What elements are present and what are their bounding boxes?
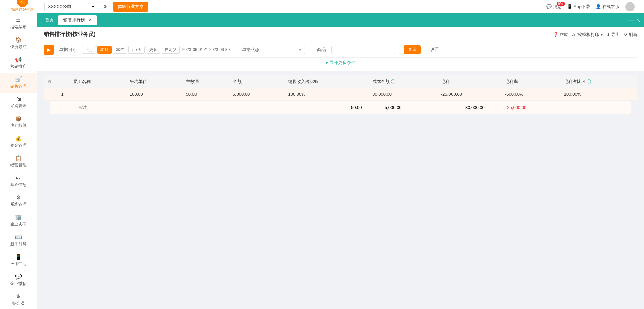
sidebar-label-system: 系统管理 [10,202,27,207]
sidebar-item-system[interactable]: ⚙ 系统管理 [0,191,37,211]
grosspct-info-icon[interactable]: ⓘ [587,79,591,84]
search-menu-icon: ☰ [16,17,21,23]
help-button[interactable]: ❓ 帮助 [553,32,568,38]
sidebar-item-marketing[interactable]: 📢 营销推广 [0,53,37,73]
sidebar-label-guide: 新手引导 [10,241,27,247]
avatar[interactable] [625,2,635,11]
col-header-gross: 毛利 [437,75,501,88]
sidebar-label-vip: 畅会员 [12,301,25,306]
vip-icon: ♛ [16,293,21,300]
top-bar: 🍊 畅康通好生意 标准版 XXXXX公司 ▾ ⚙ 体验行业方案 💬 消息 99+… [0,0,644,13]
tab-right-actions: — ⤡ [628,17,641,23]
settings-button[interactable]: ⚙ [101,2,110,11]
sidebar-label-basic: 基础信息 [10,182,27,188]
expand-more-button[interactable]: ▾ 展开更多条件 [326,60,355,66]
sidebar-item-guide[interactable]: 📖 新手引导 [0,230,37,250]
sidebar-item-vip[interactable]: ♛ 畅会员 [0,290,37,309]
operation-icon: 📋 [15,155,22,161]
sidebar-item-operation[interactable]: 📋 经营管理 [0,152,37,171]
cost-info-icon[interactable]: ⓘ [391,79,395,84]
col-header-quantity: 主数量 [182,75,229,88]
data-table: ⚙ 员工名称 平均单价 主数量 全额 销售收入占比% 成本全额 ⓘ 毛利 毛利率… [44,75,637,100]
expand-more-row: ▾ 展开更多条件 [44,57,637,68]
tab-close-icon[interactable]: ✕ [88,17,92,22]
col-header-gross-rate: 毛利率 [501,75,560,88]
content-area: 首页 销售排行榜 ✕ — ⤡ 销售排行榜(按业务员) ❓ 帮助 [37,13,644,309]
sidebar-label-finance: 资金管理 [10,143,27,148]
tab-maximize-button[interactable]: ⤡ [636,17,641,23]
message-button[interactable]: 💬 消息 99+ [546,4,562,10]
sidebar-label-shortcut: 快捷导航 [10,44,27,50]
sidebar-item-wechat[interactable]: 💬 企业微信 [0,270,37,290]
table-wrapper: ⚙ 员工名称 平均单价 主数量 全额 销售收入占比% 成本全额 ⓘ 毛利 毛利率… [37,71,644,309]
table-header-row: ⚙ 员工名称 平均单价 主数量 全额 销售收入占比% 成本全额 ⓘ 毛利 毛利率… [44,75,637,88]
date-btn-custom[interactable]: 自定义 [162,46,180,54]
print-icon: 🖨 [572,32,576,37]
date-btn-last-month[interactable]: 上月 [82,46,96,54]
sidebar-label-sales: 销售管理 [10,84,27,89]
sidebar-item-enterprise[interactable]: 🏢 企业协同 [0,211,37,230]
home-icon: 🏠 [15,37,22,43]
service-icon: 👤 [596,4,601,9]
col-header-cost: 成本全额 ⓘ [368,75,437,88]
company-selector[interactable]: XXXXX公司 ▾ [44,2,98,11]
tab-home[interactable]: 首页 [40,15,58,25]
inventory-icon: 📦 [15,115,22,122]
online-service-button[interactable]: 👤 在线客服 [596,4,620,10]
table-footer: 合计 50.00 5,000.00 30,000.00 -25,000.00 [50,100,631,114]
refresh-button[interactable]: ↺ 刷新 [624,32,637,38]
page-title-row: 销售排行榜(按业务员) ❓ 帮助 🖨 按模板打印 ▾ ⬇ [44,31,637,38]
date-btn-7days[interactable]: 近7天 [128,46,145,54]
row-employee [69,88,126,100]
sales-icon: 🛒 [15,76,22,83]
date-btn-this-month[interactable]: 本月 [97,46,112,54]
date-btn-this-year[interactable]: 本年 [113,46,127,54]
page-content: 销售排行榜(按业务员) ❓ 帮助 🖨 按模板打印 ▾ ⬇ [37,27,644,309]
tab-bar: 首页 销售排行榜 ✕ — ⤡ [37,13,644,27]
table-body: 1 100.00 50.00 5,000.00 100.00% 30,000.0… [44,88,637,100]
col-header-employee: 员工名称 [69,75,126,88]
sidebar-item-search[interactable]: ☰ 搜索菜单 [0,13,37,33]
query-button[interactable]: 查询 [404,45,421,54]
tab-minimize-button[interactable]: — [628,17,634,23]
date-btn-more[interactable]: 更多 [146,46,160,54]
goods-input[interactable] [331,46,395,54]
chevron-down-icon: ▾ [92,4,94,9]
main-layout: ☰ 搜索菜单 🏠 快捷导航 📢 营销推广 🛒 销售管理 🛍 采购管理 📦 库存核… [0,13,644,309]
refresh-icon: ↺ [624,32,627,37]
row-gross-pct: 100.00% [560,88,637,100]
sidebar-item-appstore[interactable]: 📱 应用中心 [0,250,37,270]
goods-filter-label: 商品 [317,47,326,53]
status-select[interactable] [265,46,305,54]
col-header-avg-price: 平均单价 [126,75,182,88]
row-avg-price: 100.00 [126,88,182,100]
row-quantity: 50.00 [182,88,229,100]
company-name: XXXXX公司 [48,4,90,10]
row-cost: 30,000.00 [368,88,437,100]
filter-expand-icon[interactable]: ▶ [44,45,54,55]
row-sales-pct: 100.00% [284,88,368,100]
trial-button[interactable]: 体验行业方案 [113,2,148,12]
date-buttons: 上月 本月 本年 近7天 更多 自定义 2023-06-01 至 2023-06… [82,46,230,54]
row-rank: 1 [56,88,69,100]
sidebar-item-sales[interactable]: 🛒 销售管理 [0,73,37,93]
settings-button[interactable]: 设置 [426,45,443,54]
app-download-button[interactable]: 📱 App下载 [567,4,590,10]
sidebar-item-basic[interactable]: 🗂 基础信息 [0,171,37,191]
download-icon: 📱 [567,4,572,9]
sidebar-item-purchase[interactable]: 🛍 采购管理 [0,93,37,112]
header-actions: ❓ 帮助 🖨 按模板打印 ▾ ⬇ 导出 ↺ [553,32,637,38]
enterprise-icon: 🏢 [15,214,22,220]
sidebar-label-wechat: 企业微信 [10,281,27,287]
total-gross: -25,000.00 [506,105,546,110]
print-button[interactable]: 🖨 按模板打印 ▾ [572,32,603,38]
col-header-amount: 全额 [229,75,284,88]
guide-icon: 📖 [15,234,22,240]
sidebar-item-finance[interactable]: 💰 资金管理 [0,132,37,152]
sidebar-item-inventory[interactable]: 📦 库存核算 [0,112,37,132]
tab-sales-ranking[interactable]: 销售排行榜 ✕ [58,15,97,25]
tab-label: 销售排行榜 [63,17,85,22]
sidebar-item-shortcut[interactable]: 🏠 快捷导航 [0,33,37,53]
export-button[interactable]: ⬇ 导出 [606,32,620,38]
col-settings-icon[interactable]: ⚙ [48,79,52,84]
